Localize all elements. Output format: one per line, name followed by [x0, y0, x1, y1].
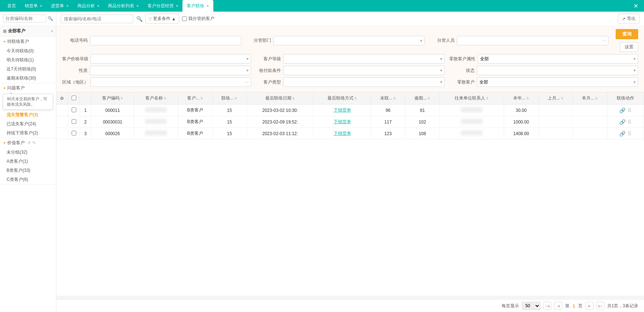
sidebar-item-unclassified[interactable]: 未分组(32)	[0, 148, 56, 157]
tab-purchase[interactable]: 进货单 ×	[47, 0, 73, 12]
filter-input-phone[interactable]	[90, 36, 241, 45]
row-select-checkbox[interactable]	[72, 119, 76, 124]
filter-select-region[interactable]: ···	[90, 77, 251, 87]
col-contact[interactable]: 联络...⇅	[212, 92, 247, 105]
tab-customer-contact[interactable]: 客户联络 ×	[182, 0, 213, 12]
row-select-checkbox[interactable]	[72, 108, 76, 112]
sidebar-item-class-c[interactable]: C类客户(6)	[0, 175, 56, 184]
all-customers-header[interactable]: ⊞ 全部客户 «	[0, 26, 56, 37]
action-link-icon[interactable]: 🔗	[619, 108, 625, 113]
action-link-icon[interactable]: 🔗	[619, 131, 625, 137]
filter-more-conditions-button[interactable]: ▽ 更多条件 ▲	[145, 14, 179, 24]
action-grid-icon[interactable]: ⠿	[628, 119, 631, 125]
total-records: 共1页，3条记录	[607, 303, 638, 309]
sidebar-search-input[interactable]	[3, 15, 46, 23]
filter-select-status[interactable]: ▾	[477, 66, 638, 75]
sidebar-group-value-title[interactable]: ▼ 价值客户 ↺ ✎	[0, 138, 56, 148]
row-select-checkbox[interactable]	[72, 131, 76, 135]
page-label-pre: 第	[565, 303, 569, 309]
table-scrollbar[interactable]	[56, 296, 644, 299]
tab-sales[interactable]: 销货单 ×	[20, 0, 47, 12]
row-last-contact-method[interactable]: 下销货单	[314, 105, 371, 116]
pagination-last-button[interactable]: ▶|	[596, 302, 604, 310]
tab-purchase-close[interactable]: ×	[66, 4, 68, 8]
tab-analysis-list[interactable]: 商品分析列表 ×	[104, 0, 143, 12]
sidebar-item-overdue[interactable]: 逾期未联络(30)	[0, 74, 56, 83]
filter-select-payment[interactable]: ▾	[283, 66, 444, 75]
pagination-first-button[interactable]: |◀	[543, 302, 551, 310]
row-action: 🔗 ⠿	[607, 128, 644, 139]
filter-icon: ▽	[149, 16, 152, 21]
action-grid-icon[interactable]: ⠿	[628, 131, 631, 137]
my-customers-checkbox[interactable]	[182, 16, 187, 21]
col-code[interactable]: 客户编码⇅	[91, 92, 134, 105]
dots-icon[interactable]: ···	[602, 38, 606, 43]
filter-select-retail-customer[interactable]: 全部▾	[477, 77, 638, 87]
window-close-button[interactable]: ✕	[631, 3, 641, 9]
row-checkbox[interactable]	[68, 105, 80, 116]
tab-analysis-list-close[interactable]: ×	[136, 4, 138, 8]
tab-customer-segment[interactable]: 客户分层经营 ×	[143, 0, 182, 12]
sidebar-item-class-b[interactable]: B类客户(33)	[0, 166, 56, 175]
col-this-year[interactable]: 本年...⇅	[504, 92, 539, 105]
tab-analysis-close[interactable]: ×	[97, 4, 99, 8]
col-this-month[interactable]: 本月...⇅	[573, 92, 607, 105]
dots-icon-2[interactable]: ···	[245, 80, 249, 85]
col-last-contact-date[interactable]: 最后联络日期⇅	[247, 92, 314, 105]
sidebar-item-churn-warning[interactable]: 流失预警客户(3)	[0, 110, 56, 119]
filter-select-dept[interactable]: ▾	[273, 36, 425, 45]
col-unit-contact[interactable]: 往来单位联系人⇅	[439, 92, 504, 105]
my-customers-checkbox-label[interactable]: 我分管的客户	[182, 16, 214, 22]
edit-icon[interactable]: ✎	[32, 141, 36, 145]
contact-method-link[interactable]: 下销货单	[334, 119, 351, 124]
row-checkbox[interactable]	[68, 116, 80, 128]
tab-analysis[interactable]: 商品分析 ×	[73, 0, 104, 12]
row-last-contact-method[interactable]: 下销货单	[314, 116, 371, 128]
filter-select-retail-attr[interactable]: 全部▾	[478, 54, 638, 64]
pagination-next-button[interactable]: ▶	[585, 302, 593, 310]
tab-customer-contact-close[interactable]: ×	[206, 4, 209, 8]
action-grid-icon[interactable]: ⠿	[628, 108, 631, 113]
sidebar-collapse-icon[interactable]: «	[51, 29, 53, 33]
col-last-month[interactable]: 上月...⇅	[538, 92, 573, 105]
filter-search-button[interactable]: 🔍	[136, 16, 142, 22]
filter-select-manager[interactable]: ···	[457, 36, 608, 45]
export-button[interactable]: ↗ 导出	[618, 14, 640, 24]
select-all-checkbox[interactable]	[72, 96, 76, 100]
filter-select-customer-level[interactable]: ▾	[283, 54, 444, 64]
sidebar-item-7days[interactable]: 近7天待联络(0)	[0, 65, 56, 74]
contact-method-link[interactable]: 下销货单	[334, 131, 351, 136]
query-button[interactable]: 查询	[616, 29, 638, 39]
col-name[interactable]: 客户名称⇅	[134, 92, 178, 105]
col-customer-type[interactable]: 客户...⇅	[178, 92, 213, 105]
filter-search-input[interactable]	[61, 15, 133, 23]
row-checkbox[interactable]	[68, 128, 80, 139]
tab-home[interactable]: 首页	[3, 0, 20, 12]
sidebar-item-class-a[interactable]: A类客户(1)	[0, 157, 56, 166]
tab-sales-close[interactable]: ×	[40, 4, 42, 8]
row-last-contact-method[interactable]: 下销货单	[314, 128, 371, 139]
sidebar-item-declining[interactable]: 持续下滑客户(2)	[0, 129, 56, 138]
filter-field-retail-attr: 零散客户属性 全部▾	[449, 54, 638, 64]
col-last-contact-method[interactable]: 最后联络方式⇅	[314, 92, 371, 105]
sidebar-item-today[interactable]: 今天待联络(0)	[0, 46, 56, 56]
sidebar-item-churned[interactable]: 已流失客户(24)	[0, 119, 56, 129]
sidebar-group-problem-title[interactable]: ▼ 问题客户	[0, 83, 56, 93]
filter-select-price-level[interactable]: ▾	[90, 54, 251, 64]
col-uncontacted[interactable]: 未联...⇅	[371, 92, 405, 105]
row-last-contact-date: 2023-02-03 11:12:	[247, 128, 314, 139]
tab-customer-segment-close[interactable]: ×	[176, 4, 178, 8]
filter-select-nature[interactable]: ▾	[90, 66, 251, 75]
col-overdue[interactable]: 逾期...⇅	[405, 92, 440, 105]
refresh-icon[interactable]: ↺	[27, 141, 31, 145]
filter-label-dept: 分管部门	[246, 37, 271, 44]
col-settings[interactable]: ⚙	[56, 92, 68, 105]
contact-method-link[interactable]: 下销货单	[334, 108, 351, 113]
sidebar-item-tomorrow[interactable]: 明天待联络(1)	[0, 56, 56, 65]
filter-select-customer-type[interactable]: ▾	[283, 77, 444, 87]
action-link-icon[interactable]: 🔗	[619, 119, 625, 125]
page-size-select[interactable]: 50 100 200	[522, 302, 540, 310]
settings-button[interactable]: 设置	[620, 42, 638, 52]
pagination-prev-button[interactable]: ◀	[554, 302, 562, 310]
sidebar-group-pending-title[interactable]: ▼ 待联络客户	[0, 37, 56, 46]
